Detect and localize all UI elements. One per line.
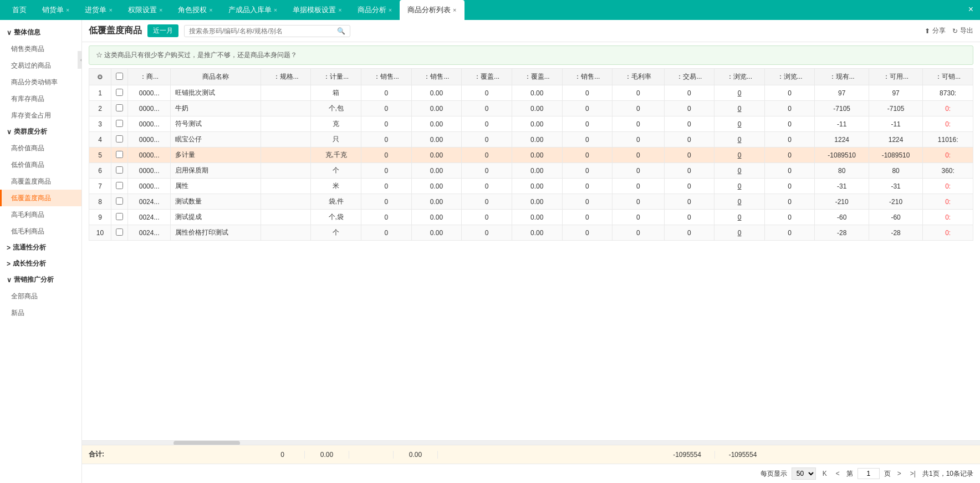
export-button[interactable]: ↻ 导出 — [952, 26, 973, 35]
footer-spacer1 — [349, 451, 394, 459]
row-checkbox[interactable] — [111, 101, 128, 116]
search-input[interactable] — [189, 27, 335, 35]
close-icon[interactable]: × — [338, 0, 341, 20]
close-icon[interactable]: × — [453, 0, 456, 20]
row-browse1[interactable]: 0 — [714, 85, 765, 101]
row-checkbox[interactable] — [111, 179, 128, 194]
sidebar-group-growth[interactable]: > 成长性分析 — [0, 256, 81, 272]
row-checkbox[interactable] — [111, 163, 128, 179]
row-browse1[interactable]: 0 — [714, 148, 765, 163]
row-checkbox[interactable] — [111, 85, 128, 101]
row-select-checkbox[interactable] — [116, 104, 123, 111]
row-select-checkbox[interactable] — [116, 182, 123, 189]
period-button[interactable]: 近一月 — [147, 24, 178, 37]
close-icon[interactable]: × — [274, 0, 277, 20]
close-icon[interactable]: × — [66, 0, 69, 20]
row-checkbox[interactable] — [111, 225, 128, 241]
row-browse2: 0 — [764, 163, 815, 179]
prev-first-button[interactable]: K — [820, 469, 829, 479]
row-sales1: 0 — [361, 210, 412, 225]
close-icon[interactable]: × — [209, 0, 212, 20]
close-icon[interactable]: × — [389, 0, 392, 20]
next-button[interactable]: > — [895, 469, 904, 479]
row-browse1[interactable]: 0 — [714, 163, 765, 179]
row-browse1[interactable]: 0 — [714, 194, 765, 210]
nav-tab-analysis-list[interactable]: 商品分析列表 × — [400, 0, 464, 20]
row-cover1: 0 — [462, 210, 512, 225]
row-select-checkbox[interactable] — [116, 89, 123, 96]
row-select-checkbox[interactable] — [116, 228, 123, 236]
row-gross: 0 — [612, 132, 664, 148]
col-settings[interactable]: ⚙ — [89, 69, 111, 85]
nav-tab-permission[interactable]: 权限设置 × — [120, 0, 170, 20]
row-code: 0000... — [128, 101, 171, 116]
sidebar-item-traded-goods[interactable]: 交易过的商品 — [0, 57, 81, 74]
next-last-button[interactable]: >| — [908, 469, 918, 479]
row-browse1[interactable]: 0 — [714, 101, 765, 116]
row-browse1[interactable]: 0 — [714, 116, 765, 132]
sidebar-collapse-button[interactable]: « — [78, 51, 82, 69]
row-select-checkbox[interactable] — [116, 151, 123, 158]
search-icon[interactable]: 🔍 — [337, 27, 345, 35]
per-page-select[interactable]: 50 — [792, 467, 816, 480]
nav-tab-production[interactable]: 产成品入库单 × — [221, 0, 285, 20]
sidebar-group-circulation[interactable]: > 流通性分析 — [0, 240, 81, 256]
page-input[interactable] — [858, 468, 880, 479]
sidebar-group-cluster[interactable]: ∨ 类群度分析 — [0, 124, 81, 140]
row-code: 0024... — [128, 210, 171, 225]
sidebar-item-new-goods[interactable]: 新品 — [0, 304, 81, 321]
row-checkbox[interactable] — [111, 116, 128, 132]
page-title: 低覆盖度商品 — [89, 25, 142, 37]
sidebar-item-high-coverage[interactable]: 高覆盖度商品 — [0, 173, 81, 190]
row-checkbox[interactable] — [111, 210, 128, 225]
col-sales1: ：销售... — [361, 69, 412, 85]
nav-tab-role[interactable]: 角色授权 × — [170, 0, 220, 20]
select-all-checkbox[interactable] — [116, 73, 123, 80]
row-checkbox[interactable] — [111, 132, 128, 148]
sidebar-item-capital[interactable]: 库存资金占用 — [0, 107, 81, 124]
share-button[interactable]: ⬆ 分享 — [925, 26, 946, 35]
row-sales2: 0.00 — [411, 163, 462, 179]
prev-button[interactable]: < — [834, 469, 842, 479]
sidebar-item-high-margin[interactable]: 高毛利商品 — [0, 206, 81, 223]
row-browse1[interactable]: 0 — [714, 210, 765, 225]
sidebar-item-low-margin[interactable]: 低毛利商品 — [0, 223, 81, 240]
nav-tab-sales[interactable]: 销货单 × — [34, 0, 77, 20]
row-browse1[interactable]: 0 — [714, 132, 765, 148]
close-icon[interactable]: × — [109, 0, 112, 20]
col-saleable: ：可销... — [923, 69, 973, 85]
row-gross: 0 — [612, 210, 664, 225]
sidebar-item-stock-goods[interactable]: 有库存商品 — [0, 90, 81, 107]
row-browse1[interactable]: 0 — [714, 225, 765, 241]
sidebar-item-sales-goods[interactable]: 销售类商品 — [0, 40, 81, 57]
sidebar-item-category-rate[interactable]: 商品分类动销率 — [0, 74, 81, 90]
sidebar-item-low-coverage[interactable]: 低覆盖度商品 — [0, 190, 81, 206]
row-num: 5 — [89, 148, 111, 163]
row-checkbox[interactable] — [111, 148, 128, 163]
per-page-label: 每页显示 — [760, 469, 787, 479]
row-checkbox[interactable] — [111, 194, 128, 210]
nav-tab-analysis[interactable]: 商品分析 × — [350, 0, 400, 20]
nav-tab-purchase[interactable]: 进货单 × — [77, 0, 120, 20]
row-browse1[interactable]: 0 — [714, 179, 765, 194]
page-suffix: 页 — [884, 469, 891, 479]
horizontal-scrollbar[interactable] — [82, 440, 980, 445]
row-num: 10 — [89, 225, 111, 241]
row-select-checkbox[interactable] — [116, 166, 123, 174]
row-select-checkbox[interactable] — [116, 213, 123, 220]
nav-tab-template[interactable]: 单据模板设置 × — [285, 0, 349, 20]
sidebar-group-marketing[interactable]: ∨ 营销推广分析 — [0, 272, 81, 288]
close-icon[interactable]: × — [159, 0, 162, 20]
sidebar-group-overview[interactable]: ∨ 整体信息 — [0, 24, 81, 40]
nav-tab-home[interactable]: 首页 — [4, 0, 34, 20]
sidebar-item-high-value[interactable]: 高价值商品 — [0, 140, 81, 156]
row-select-checkbox[interactable] — [116, 197, 123, 205]
table-row: 4 0000... 眠宝公仔 只 0 0.00 0 0.00 0 0 0 0 0… — [89, 132, 973, 148]
sidebar-item-all-goods[interactable]: 全部商品 — [0, 288, 81, 304]
row-select-checkbox[interactable] — [116, 135, 123, 143]
window-close-button[interactable]: × — [968, 4, 973, 14]
top-nav: 首页 销货单 × 进货单 × 权限设置 × 角色授权 × 产成品入库单 × 单据… — [0, 0, 980, 20]
sidebar-item-low-value[interactable]: 低价值商品 — [0, 156, 81, 173]
row-code: 0024... — [128, 194, 171, 210]
row-select-checkbox[interactable] — [116, 120, 123, 127]
